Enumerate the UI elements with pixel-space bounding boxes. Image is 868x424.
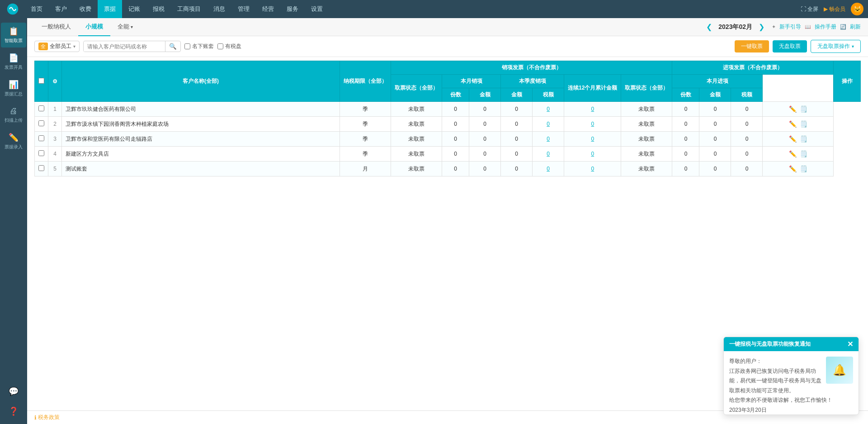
- nav-fee[interactable]: 收费: [73, 0, 98, 18]
- row-quarter-tax: 0: [533, 147, 564, 162]
- checkbox-tax-device[interactable]: 有税盘: [217, 43, 241, 50]
- row-quarter-tax: 0: [533, 132, 564, 147]
- notification-body: 🔔 尊敬的用户： 江苏政务网已恢复访问电子税务局功能，易代账一键登陆电子税务局与…: [724, 351, 859, 414]
- th-month-purchase: 本月进项: [672, 75, 763, 88]
- nav-accounting[interactable]: 记账: [122, 0, 146, 18]
- sidebar-bottom: 💬 ❓: [5, 383, 22, 419]
- notification-close-btn[interactable]: ✕: [847, 340, 853, 348]
- sidebar-item-scan[interactable]: 🖨 扫描上传: [1, 103, 26, 127]
- sidebar-help-btn[interactable]: ❓: [5, 403, 22, 419]
- row-in-amt: 0: [699, 162, 731, 176]
- row-fetch-status-sales: 未取票: [391, 147, 442, 162]
- th-quarter-amt: 金额: [501, 88, 533, 102]
- table-row: 1 卫辉市玖玖健合医药有限公司 季 未取票 0 0 0 0 0 未取票 0 0 …: [35, 102, 861, 117]
- no-disk-ops-btn[interactable]: 无盘取票操作 ▾: [811, 40, 861, 53]
- row-index: 4: [48, 147, 62, 162]
- row-sales-amt: 0: [469, 132, 501, 147]
- nav-tax[interactable]: 报税: [146, 0, 171, 18]
- no-disk-fetch-btn[interactable]: 无盘取票: [773, 40, 807, 52]
- row-quarter-amt: 0: [501, 132, 533, 147]
- member-btn[interactable]: ▶ 畅会员: [824, 5, 845, 13]
- edit-btn[interactable]: ✏️: [788, 149, 797, 158]
- row-select-checkbox[interactable]: [38, 150, 44, 156]
- nav-message[interactable]: 消息: [207, 0, 231, 18]
- view-btn[interactable]: 🗒️: [799, 149, 808, 158]
- th-tax-period: 纳税期限（全部）: [340, 61, 391, 102]
- row-in-tax: 0: [731, 147, 763, 162]
- manual-icon: 📖: [805, 24, 811, 30]
- employee-select[interactable]: 全 全部员工 ▾: [34, 41, 80, 52]
- view-btn[interactable]: 🗒️: [799, 105, 808, 114]
- nav-client[interactable]: 客户: [49, 0, 73, 18]
- refresh-icon: 🔄: [840, 24, 846, 30]
- row-checkbox: [35, 102, 48, 117]
- row-in-qty: 0: [672, 102, 699, 117]
- row-select-checkbox[interactable]: [38, 135, 44, 141]
- checkbox-own-accounts[interactable]: 名下账套: [184, 43, 214, 50]
- nav-service[interactable]: 服务: [280, 0, 305, 18]
- row-sales-qty: 0: [442, 132, 469, 147]
- row-quarter-tax: 0: [533, 102, 564, 117]
- tax-device-checkbox[interactable]: [217, 43, 223, 49]
- row-in-qty: 0: [672, 147, 699, 162]
- nav-business[interactable]: 工商项目: [171, 0, 207, 18]
- row-client-name: 卫辉市保和堂医药有限公司走辐路店: [62, 132, 340, 147]
- edit-btn[interactable]: ✏️: [788, 105, 797, 114]
- row-select-checkbox[interactable]: [38, 120, 44, 126]
- tab-all[interactable]: 全能 ▾: [110, 18, 140, 36]
- sidebar-item-invoice-issue[interactable]: 📄 发票开具: [1, 49, 26, 74]
- nav-operation[interactable]: 经营: [256, 0, 280, 18]
- select-all-checkbox[interactable]: [38, 78, 44, 84]
- own-accounts-checkbox[interactable]: [184, 43, 190, 49]
- search-button[interactable]: 🔍: [165, 41, 180, 52]
- prev-month-btn[interactable]: ❮: [703, 22, 715, 32]
- chevron-down-icon: ▾: [73, 44, 75, 49]
- row-checkbox: [35, 132, 48, 147]
- tab-general-taxpayer[interactable]: 一般纳税人: [34, 18, 78, 36]
- new-guide-link[interactable]: 新手引导: [779, 23, 801, 31]
- row-client-name: 卫辉市汲水镇下园润香阁营木种植家庭农场: [62, 117, 340, 132]
- nav-settings[interactable]: 设置: [305, 0, 329, 18]
- row-tax-period: 月: [340, 162, 391, 176]
- nav-invoice[interactable]: 票据: [98, 0, 122, 18]
- view-btn[interactable]: 🗒️: [799, 134, 808, 143]
- edit-btn[interactable]: ✏️: [788, 119, 797, 129]
- row-actions: ✏️ 🗒️: [763, 117, 834, 132]
- fullscreen-btn[interactable]: ⛶ 全屏: [801, 5, 818, 13]
- sidebar-item-smart-fetch[interactable]: 📋 智能取票: [1, 23, 26, 48]
- user-avatar[interactable]: 🐱: [851, 3, 863, 15]
- new-guide-icon: ✦: [772, 24, 776, 30]
- nav-home[interactable]: 首页: [24, 0, 49, 18]
- th-in-amt: 金额: [699, 88, 731, 102]
- th-cumulative12: 连续12个月累计金额: [564, 75, 621, 102]
- tax-policy-link[interactable]: ℹ 税务政策: [34, 414, 60, 421]
- sidebar-item-summary[interactable]: 📊 票据汇总: [1, 76, 26, 101]
- th-fetch-status-sales: 取票状态（全部）: [391, 75, 442, 102]
- search-input[interactable]: [84, 42, 165, 52]
- next-month-btn[interactable]: ❯: [756, 22, 767, 32]
- view-btn[interactable]: 🗒️: [799, 119, 808, 129]
- smart-fetch-icon: 📋: [9, 26, 19, 36]
- sidebar-item-entry[interactable]: ✏️ 票据录入: [1, 129, 26, 154]
- row-index: 3: [48, 132, 62, 147]
- sidebar-message-btn[interactable]: 💬: [5, 383, 22, 400]
- row-select-checkbox[interactable]: [38, 165, 44, 171]
- row-select-checkbox[interactable]: [38, 105, 44, 111]
- tab-small-scale[interactable]: 小规模: [78, 18, 110, 36]
- row-sales-amt: 0: [469, 102, 501, 117]
- row-actions: ✏️ 🗒️: [763, 102, 834, 117]
- row-cum12: 0: [564, 147, 621, 162]
- row-sales-amt: 0: [469, 117, 501, 132]
- row-fetch-status-purchase: 未取票: [621, 117, 672, 132]
- edit-btn[interactable]: ✏️: [788, 134, 797, 143]
- nav-manage[interactable]: 管理: [231, 0, 256, 18]
- one-key-fetch-btn[interactable]: 一键取票: [735, 40, 769, 52]
- row-actions: ✏️ 🗒️: [763, 147, 834, 162]
- edit-btn[interactable]: ✏️: [788, 164, 797, 173]
- manual-link[interactable]: 操作手册: [815, 23, 836, 31]
- row-sales-amt: 0: [469, 162, 501, 176]
- view-btn[interactable]: 🗒️: [799, 164, 808, 173]
- date-navigation: ❮ 2023年02月 ❯: [703, 22, 767, 32]
- refresh-link[interactable]: 刷新: [850, 23, 861, 31]
- top-bar-actions: ✦ 新手引导 📖 操作手册 🔄 刷新: [772, 23, 861, 31]
